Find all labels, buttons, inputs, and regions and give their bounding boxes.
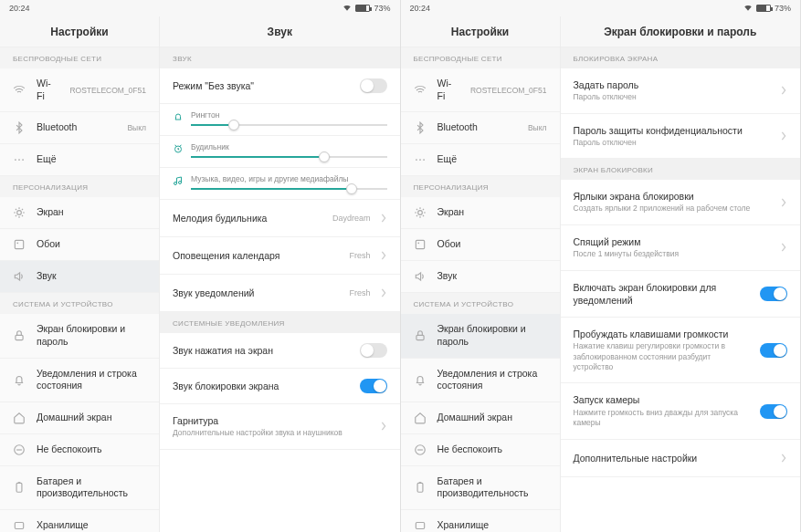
home-icon xyxy=(13,412,26,424)
sidebar-item-home[interactable]: Домашний экран xyxy=(401,402,560,434)
row-tap-sound[interactable]: Звук нажатия на экран xyxy=(160,333,400,369)
battery-label: Батарея и производительность xyxy=(37,475,146,500)
wallpaper-label: Обои xyxy=(37,238,146,251)
row-calendar-alerts[interactable]: Оповещения календаря Fresh xyxy=(160,237,400,275)
notif-label: Уведомления и строка состояния xyxy=(437,368,547,392)
sidebar-item-bluetooth[interactable]: Bluetooth Выкл xyxy=(0,112,159,144)
sidebar-item-wifi[interactable]: Wi-Fi ROSTELECOM_0F51 xyxy=(401,68,560,112)
camera-toggle[interactable] xyxy=(760,404,787,419)
bell-icon xyxy=(414,373,427,386)
headset-label: Гарнитура xyxy=(173,414,371,427)
row-wake-notifications[interactable]: Включать экран блокировки для уведомлени… xyxy=(561,271,801,318)
lock-sound-label: Звук блокировки экрана xyxy=(173,380,351,392)
sidebar-item-bluetooth[interactable]: Bluetooth Выкл xyxy=(401,112,560,144)
svg-point-14 xyxy=(423,159,425,161)
alarm-thumb[interactable] xyxy=(319,151,330,162)
camera-sub: Нажмите громкость вниз дважды для запуск… xyxy=(574,408,752,429)
wake-vol-toggle[interactable] xyxy=(760,343,787,358)
calendar-label: Оповещения календаря xyxy=(173,249,340,262)
battery-settings-icon xyxy=(13,481,26,494)
privacy-label: Пароль защиты конфиденциальности xyxy=(574,124,772,137)
row-notification-sound[interactable]: Звук уведомлений Fresh xyxy=(160,275,400,312)
dnd-icon xyxy=(13,443,26,456)
section-wireless: БЕСПРОВОДНЫЕ СЕТИ xyxy=(0,47,159,68)
row-lockscreen-shortcuts[interactable]: Ярлыки экрана блокировки Создать ярлыки … xyxy=(561,180,801,225)
storage-icon xyxy=(414,519,427,532)
row-set-password[interactable]: Задать пароль Пароль отключен xyxy=(561,68,801,114)
svg-point-5 xyxy=(16,243,18,245)
svg-rect-16 xyxy=(416,241,424,249)
sidebar-item-storage[interactable]: Хранилище xyxy=(401,510,560,532)
sidebar-item-battery[interactable]: Батарея и производительность xyxy=(401,466,560,510)
sidebar-item-battery[interactable]: Батарея и производительность xyxy=(0,466,159,510)
lock-sound-toggle[interactable] xyxy=(360,379,387,393)
sidebar-item-lockscreen[interactable]: Экран блокировки и пароль xyxy=(0,314,159,358)
storage-icon xyxy=(13,519,26,532)
slider-alarm[interactable]: Будильник xyxy=(160,136,400,168)
setpass-sub: Пароль отключен xyxy=(574,92,772,102)
svg-point-0 xyxy=(15,159,16,161)
row-additional-settings[interactable]: Дополнительные настройки xyxy=(561,440,801,477)
sidebar-item-wallpaper[interactable]: Обои xyxy=(0,229,159,261)
bt-label: Bluetooth xyxy=(37,121,116,134)
chevron-right-icon xyxy=(780,194,787,211)
sidebar-item-notifications[interactable]: Уведомления и строка состояния xyxy=(0,359,159,402)
row-camera-launch[interactable]: Запуск камеры Нажмите громкость вниз два… xyxy=(561,383,801,439)
sound-settings-panel: Звук ЗВУК Режим "Без звука" Рингтон Буди… xyxy=(160,16,400,532)
sleep-sub: После 1 минуты бездействия xyxy=(574,249,772,259)
bluetooth-icon xyxy=(414,121,427,134)
status-time: 20:24 xyxy=(410,4,431,13)
sidebar-item-storage[interactable]: Хранилище xyxy=(0,510,159,532)
row-headset[interactable]: Гарнитура Дополнительные настройки звука… xyxy=(160,404,400,450)
wallpaper-icon xyxy=(13,238,26,251)
storage-label: Хранилище xyxy=(37,519,146,532)
sidebar-item-dnd[interactable]: Не беспокоить xyxy=(401,434,560,466)
row-privacy-password[interactable]: Пароль защиты конфиденциальности Пароль … xyxy=(561,114,801,160)
bluetooth-icon xyxy=(13,121,26,134)
svg-rect-6 xyxy=(16,335,23,339)
sidebar-item-more[interactable]: Ещё xyxy=(0,144,159,176)
wifi-icon xyxy=(13,84,26,97)
wallpaper-icon xyxy=(414,238,427,251)
sidebar-item-sound[interactable]: Звук xyxy=(0,261,159,293)
settings-sidebar: Настройки БЕСПРОВОДНЫЕ СЕТИ Wi-Fi ROSTEL… xyxy=(401,16,561,532)
chevron-right-icon xyxy=(780,239,787,256)
tablet-left: 20:24 73% Настройки БЕСПРОВОДНЫЕ СЕТИ Wi… xyxy=(0,0,401,532)
status-time: 20:24 xyxy=(9,4,30,13)
slider-media[interactable]: Музыка, видео, игры и другие медиафайлы xyxy=(160,168,400,200)
wake-notif-toggle[interactable] xyxy=(760,287,787,301)
sound-label: Звук xyxy=(437,270,547,283)
svg-point-2 xyxy=(22,159,24,161)
display-icon xyxy=(13,206,26,219)
silent-toggle[interactable] xyxy=(360,78,387,93)
sidebar-item-wifi[interactable]: Wi-Fi ROSTELECOM_0F51 xyxy=(0,68,159,112)
sidebar-item-lockscreen[interactable]: Экран блокировки и пароль xyxy=(401,314,560,358)
alarm-melody-label: Мелодия будильника xyxy=(173,212,323,224)
shortcuts-label: Ярлыки экрана блокировки xyxy=(574,190,772,203)
row-sleep[interactable]: Спящий режим После 1 минуты бездействия xyxy=(561,225,801,271)
row-wake-volume[interactable]: Пробуждать клавишами громкости Нажатие к… xyxy=(561,318,801,384)
slider-ringtone[interactable]: Рингтон xyxy=(160,104,400,136)
row-alarm-melody[interactable]: Мелодия будильника Daydream xyxy=(160,200,400,237)
bell-icon xyxy=(13,373,26,386)
sidebar-item-dnd[interactable]: Не беспокоить xyxy=(0,434,159,466)
row-lock-sound[interactable]: Звук блокировки экрана xyxy=(160,369,400,404)
sidebar-item-sound[interactable]: Звук xyxy=(401,261,560,293)
sidebar-item-wallpaper[interactable]: Обои xyxy=(401,229,560,261)
sidebar-item-display[interactable]: Экран xyxy=(401,197,560,229)
media-thumb[interactable] xyxy=(346,183,357,194)
dnd-label: Не беспокоить xyxy=(37,443,146,456)
chevron-right-icon xyxy=(380,285,387,301)
svg-rect-10 xyxy=(15,523,23,529)
sidebar-item-display[interactable]: Экран xyxy=(0,197,159,229)
silent-label: Режим "Без звука" xyxy=(173,79,351,92)
battery-label: Батарея и производительность xyxy=(437,475,547,500)
storage-label: Хранилище xyxy=(437,519,547,532)
row-silent-mode[interactable]: Режим "Без звука" xyxy=(160,68,400,104)
tap-sound-toggle[interactable] xyxy=(360,343,387,358)
sidebar-item-home[interactable]: Домашний экран xyxy=(0,402,159,434)
sidebar-item-more[interactable]: Ещё xyxy=(401,144,560,176)
ringtone-thumb[interactable] xyxy=(228,120,239,130)
more-settings-label: Дополнительные настройки xyxy=(574,452,772,464)
sidebar-item-notifications[interactable]: Уведомления и строка состояния xyxy=(401,359,560,402)
